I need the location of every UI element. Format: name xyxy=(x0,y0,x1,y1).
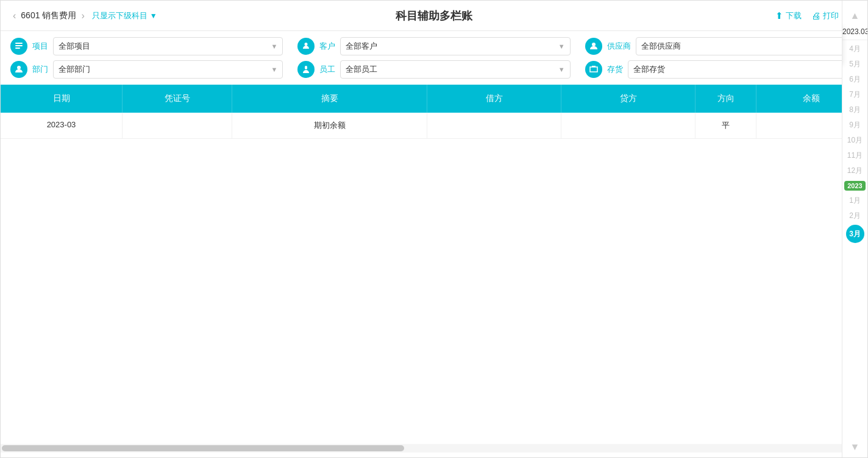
scroll-thumb[interactable] xyxy=(2,445,404,451)
inventory-value: 全部存货 xyxy=(633,64,665,75)
col-credit: 贷方 xyxy=(561,85,695,113)
customer-value: 全部客户 xyxy=(346,41,377,52)
project-value: 全部项目 xyxy=(59,41,90,52)
main-window: ‹ 6601 销售费用 › 只显示下级科目 ▼ 科目辅助多栏账 ⬆ 下载 🖨 打… xyxy=(0,0,868,458)
col-debit: 借方 xyxy=(427,85,561,113)
supplier-select[interactable]: 全部供应商 ▼ xyxy=(636,37,858,55)
sidebar-month-10[interactable]: 10月 xyxy=(842,133,867,148)
sidebar-month-11[interactable]: 11月 xyxy=(842,148,867,163)
inventory-select[interactable]: 全部存货 ▼ xyxy=(628,60,858,79)
filter-dropdown-label: 只显示下级科目 xyxy=(92,10,148,21)
show-sub-accounts-button[interactable]: 只显示下级科目 ▼ xyxy=(92,10,157,21)
table-header: 日期 凭证号 摘要 借方 贷方 方向 余额 xyxy=(1,85,842,113)
project-select[interactable]: 全部项目 ▼ xyxy=(53,37,283,55)
filter-customer: 客户 全部客户 ▼ xyxy=(297,37,570,55)
sidebar-month-3-active[interactable]: 3月 xyxy=(846,225,864,243)
sidebar-month-6[interactable]: 6月 xyxy=(842,72,867,87)
customer-arrow: ▼ xyxy=(558,43,565,50)
sidebar-month-7[interactable]: 7月 xyxy=(842,87,867,102)
filter-department: 部门 全部部门 ▼ xyxy=(10,60,283,79)
download-label: 下载 xyxy=(786,10,802,21)
sidebar-month-12[interactable]: 12月 xyxy=(842,163,867,178)
supplier-icon xyxy=(585,38,602,55)
download-icon: ⬆ xyxy=(775,10,783,21)
sidebar-month-2023-03-top[interactable]: 2023.03 xyxy=(842,25,867,38)
scroll-container[interactable] xyxy=(1,444,842,453)
sidebar-up-button[interactable]: ▲ xyxy=(850,7,860,25)
filter-section: 项目 全部项目 ▼ 客户 全部客户 ▼ 供应 xyxy=(1,31,867,85)
project-arrow: ▼ xyxy=(271,43,277,50)
prev-nav-button[interactable]: ‹ xyxy=(10,9,18,23)
customer-label: 客户 xyxy=(319,41,335,52)
cell-balance xyxy=(756,113,842,138)
cell-date: 2023-03 xyxy=(1,113,123,138)
customer-icon xyxy=(297,38,315,55)
sidebar-month-5[interactable]: 5月 xyxy=(842,57,867,72)
account-code: 6601 销售费用 xyxy=(21,10,76,21)
inventory-label: 存货 xyxy=(607,64,623,75)
svg-rect-2 xyxy=(15,48,20,49)
department-label: 部门 xyxy=(32,64,48,75)
cell-summary: 期初余额 xyxy=(232,113,427,138)
employee-value: 全部员工 xyxy=(346,64,377,75)
col-voucher: 凭证号 xyxy=(123,85,232,113)
svg-rect-5 xyxy=(305,66,307,69)
year-badge-2023[interactable]: 2023 xyxy=(844,181,865,191)
filter-inventory: 存货 全部存货 ▼ xyxy=(585,60,858,79)
filter-employee: 员工 全部员工 ▼ xyxy=(297,60,570,79)
sidebar-month-8[interactable]: 8月 xyxy=(842,102,867,118)
page-title: 科目辅助多栏账 xyxy=(396,9,472,23)
cell-voucher xyxy=(123,113,232,138)
sidebar-month-4[interactable]: 4月 xyxy=(842,41,867,57)
title-bar: ‹ 6601 销售费用 › 只显示下级科目 ▼ 科目辅助多栏账 ⬆ 下载 🖨 打… xyxy=(1,1,867,31)
department-select[interactable]: 全部部门 ▼ xyxy=(53,60,283,79)
sidebar-divider-1 xyxy=(842,40,867,40)
department-icon xyxy=(10,61,27,78)
col-summary: 摘要 xyxy=(232,85,427,113)
table-body: 2023-03 期初余额 平 xyxy=(1,113,842,139)
filter-row-2: 部门 全部部门 ▼ 员工 全部员工 ▼ 存货 xyxy=(10,60,858,79)
sidebar-month-2[interactable]: 2月 xyxy=(842,208,867,224)
inventory-icon xyxy=(585,61,602,78)
employee-icon xyxy=(297,61,315,78)
department-arrow: ▼ xyxy=(271,66,277,73)
svg-point-3 xyxy=(592,43,596,46)
col-direction: 方向 xyxy=(695,85,756,113)
cell-credit xyxy=(561,113,695,138)
download-button[interactable]: ⬆ 下载 xyxy=(775,10,802,21)
project-label: 项目 xyxy=(32,41,48,52)
supplier-value: 全部供应商 xyxy=(641,41,681,52)
print-label: 打印 xyxy=(823,10,839,21)
employee-label: 员工 xyxy=(319,64,335,75)
title-nav: ‹ 6601 销售费用 › xyxy=(10,9,87,23)
right-sidebar: ▲ 2023.03 2023.03 2023.03 4月 5月 6月 7月 8月… xyxy=(842,1,867,458)
col-balance: 余额 xyxy=(756,85,842,113)
sidebar-month-9[interactable]: 9月 xyxy=(842,118,867,133)
sidebar-down-button[interactable]: ▼ xyxy=(850,442,860,453)
cell-direction: 平 xyxy=(695,113,756,138)
filter-row-1: 项目 全部项目 ▼ 客户 全部客户 ▼ 供应 xyxy=(10,37,858,55)
cell-debit xyxy=(427,113,561,138)
print-button[interactable]: 🖨 打印 xyxy=(811,10,839,21)
project-icon xyxy=(10,38,27,55)
col-date: 日期 xyxy=(1,85,123,113)
customer-select[interactable]: 全部客户 ▼ xyxy=(340,37,570,55)
department-value: 全部部门 xyxy=(59,64,90,75)
next-nav-button[interactable]: › xyxy=(79,9,87,23)
table-row: 2023-03 期初余额 平 xyxy=(1,113,842,139)
filter-supplier: 供应商 全部供应商 ▼ xyxy=(585,37,858,55)
filter-dropdown-arrow: ▼ xyxy=(150,12,157,20)
employee-arrow: ▼ xyxy=(558,66,565,73)
title-left: ‹ 6601 销售费用 › 只显示下级科目 ▼ xyxy=(10,9,157,23)
sidebar-month-1[interactable]: 1月 xyxy=(842,193,867,208)
supplier-label: 供应商 xyxy=(607,41,631,52)
svg-rect-1 xyxy=(15,45,23,46)
employee-select[interactable]: 全部员工 ▼ xyxy=(340,60,570,79)
svg-point-4 xyxy=(17,66,21,69)
print-icon: 🖨 xyxy=(811,10,820,21)
filter-project: 项目 全部项目 ▼ xyxy=(10,37,283,55)
svg-rect-0 xyxy=(15,43,23,44)
table-container: 日期 凭证号 摘要 借方 贷方 方向 余额 2023-03 期初余额 平 xyxy=(1,85,842,139)
